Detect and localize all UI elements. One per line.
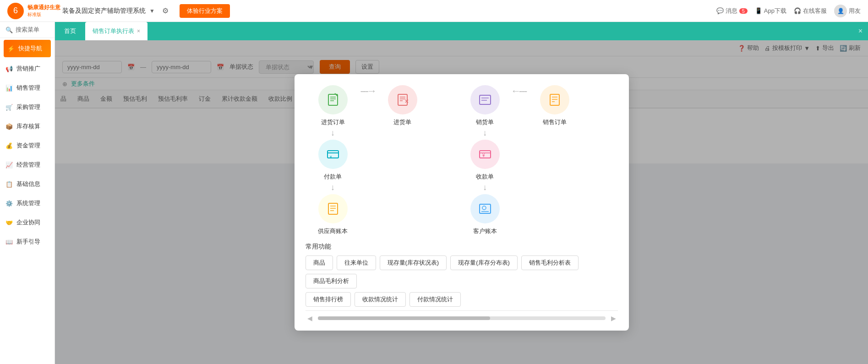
payment-icon: ¥ <box>318 140 348 169</box>
sales-order-tab-label: 销售订单执行表 <box>93 27 134 35</box>
sidebar-item-label-10: 新手引导 <box>16 238 40 246</box>
btn-product[interactable]: 商品 <box>306 255 333 270</box>
flow-node-supplier-ledger[interactable]: 供应商账本 <box>306 194 360 235</box>
flow-node-sale[interactable]: 销货单 <box>458 85 513 126</box>
sidebar-item-marketing[interactable]: 📢 营销推广 <box>0 59 55 78</box>
scroll-right-icon[interactable]: ▶ <box>609 315 618 322</box>
btn-counterpart[interactable]: 往来单位 <box>337 255 376 270</box>
sidebar-item-purchase[interactable]: 🛒 采购管理 <box>0 98 55 117</box>
sidebar-item-guide[interactable]: 📖 新手引导 <box>0 232 55 251</box>
flow-label-customer-ledger: 客户账本 <box>473 227 497 235</box>
sidebar-item-label-3: 采购管理 <box>16 103 40 111</box>
flow-label-purchase: 进货单 <box>393 118 411 126</box>
btn-payment-stats[interactable]: 付款情况统计 <box>409 292 461 307</box>
common-section: 常用功能 商品 往来单位 现存量(库存状况表) 现存量(库存分布表) 销售毛利分… <box>306 243 618 307</box>
flow-popup: 进货订单 ↓ ¥ 付款单 <box>295 74 629 331</box>
sidebar-item-basic-info[interactable]: 📋 基础信息 <box>0 174 55 194</box>
logo-icon: 6 <box>7 3 24 19</box>
scrollbar-track[interactable] <box>318 316 606 320</box>
svg-rect-4 <box>328 151 338 158</box>
quick-nav-icon: ⚡ <box>7 45 15 52</box>
sidebar-item-label-0: 快捷导航 <box>18 44 42 53</box>
search-menu-label: 搜索菜单 <box>16 26 39 34</box>
flow-node-customer-ledger[interactable]: 客户账本 <box>458 194 513 235</box>
close-all-icon[interactable]: × <box>858 27 863 35</box>
svg-rect-0 <box>328 94 338 105</box>
tab-close-icon[interactable]: × <box>137 28 140 34</box>
app-download-item[interactable]: 📱 App下载 <box>755 7 786 15</box>
popup-overlay: 进货订单 ↓ ¥ 付款单 <box>55 40 868 364</box>
arrow-right-1: - - -→ <box>360 85 375 130</box>
sidebar-item-inventory[interactable]: 📦 库存核算 <box>0 117 55 136</box>
flow-node-sale-order[interactable]: 销售订单 <box>527 85 582 126</box>
search-menu[interactable]: 🔍 搜索菜单 <box>0 22 55 38</box>
basic-info-icon: 📋 <box>5 181 13 188</box>
sidebar-item-quick-nav[interactable]: ⚡ 快捷导航 <box>4 40 51 57</box>
sale-order-icon <box>540 85 569 114</box>
guide-icon: 📖 <box>5 239 13 245</box>
inventory-icon: 📦 <box>5 123 13 130</box>
flow-node-payment[interactable]: ¥ 付款单 <box>306 140 360 181</box>
btn-sales-rank[interactable]: 销售排行榜 <box>306 292 351 307</box>
arrow-right-2: - - -→ <box>513 85 527 130</box>
sidebar-item-label-4: 库存核算 <box>16 122 40 130</box>
message-badge: 5 <box>739 8 748 14</box>
btn-receipt-stats[interactable]: 收款情况统计 <box>355 292 406 307</box>
svg-point-22 <box>482 206 486 210</box>
scrollbar-area: ◀ ▶ <box>306 310 618 326</box>
flow-label-supplier-ledger: 供应商账本 <box>318 227 348 235</box>
common-title: 常用功能 <box>306 243 618 251</box>
sidebar-item-management[interactable]: 📈 经营管理 <box>0 155 55 174</box>
message-label: 消息 <box>726 7 737 15</box>
sidebar-item-label-7: 基础信息 <box>16 180 40 188</box>
sidebar-item-label-6: 经营管理 <box>16 161 40 169</box>
flow-label-sale: 销货单 <box>476 118 494 126</box>
flow-label-sale-order: 销售订单 <box>543 118 567 126</box>
sidebar-item-collab[interactable]: 🤝 企业协同 <box>0 213 55 232</box>
tab-home[interactable]: 首页 <box>55 22 85 40</box>
btn-product-gross[interactable]: 商品毛利分析 <box>306 274 357 288</box>
arrow-down-2: ↓ <box>331 183 335 192</box>
arrow-down-4: ↓ <box>483 183 487 192</box>
message-item[interactable]: 💬 消息 5 <box>716 7 748 15</box>
svg-rect-24 <box>550 94 559 105</box>
settings-icon[interactable]: ⚙ <box>162 6 169 15</box>
online-service-item[interactable]: 🎧 在线客服 <box>794 7 827 15</box>
sidebar-item-label-8: 系统管理 <box>16 199 40 207</box>
purchase-order-icon <box>318 85 348 114</box>
btn-inventory-status[interactable]: 现存量(库存状况表) <box>380 255 447 270</box>
btn-inventory-dist[interactable]: 现存量(库存分布表) <box>450 255 518 270</box>
flow-node-receipt[interactable]: ¥ 收款单 <box>458 140 513 181</box>
supplier-ledger-icon <box>318 194 348 223</box>
scroll-left-icon[interactable]: ◀ <box>306 315 314 322</box>
sidebar-item-finance[interactable]: 💰 资金管理 <box>0 136 55 155</box>
receipt-icon: ¥ <box>470 140 500 169</box>
system-title: 装备及固定资产辅助管理系统 <box>62 7 146 15</box>
dropdown-arrow-icon[interactable]: ▼ <box>149 8 155 14</box>
logo-subtitle: 标准版 <box>27 11 60 18</box>
trial-button[interactable]: 体验行业方案 <box>180 4 230 18</box>
btn-sales-gross[interactable]: 销售毛利分析表 <box>521 255 579 270</box>
message-icon: 💬 <box>716 7 724 14</box>
sidebar-item-system[interactable]: ⚙️ 系统管理 <box>0 194 55 213</box>
arrow-down-3: ↓ <box>483 128 487 138</box>
scrollbar-thumb[interactable] <box>318 316 491 320</box>
customer-ledger-icon <box>470 194 500 223</box>
arrow-down-1: ↓ <box>331 128 335 138</box>
svg-rect-7 <box>328 203 338 214</box>
flow-node-purchase-order[interactable]: 进货订单 <box>306 85 360 126</box>
sidebar-item-sales[interactable]: 📊 销售管理 <box>0 78 55 98</box>
user-item[interactable]: 👤 用友 <box>834 5 861 17</box>
tab-sales-order[interactable]: 销售订单执行表 × <box>85 22 147 40</box>
app-download-icon: 📱 <box>755 7 762 14</box>
marketing-icon: 📢 <box>5 65 13 72</box>
app-download-label: App下载 <box>764 7 786 15</box>
sidebar-item-label-5: 资金管理 <box>16 141 40 150</box>
purchase-icon <box>388 85 417 114</box>
svg-rect-18 <box>480 151 491 158</box>
avatar: 👤 <box>834 5 847 17</box>
search-icon: 🔍 <box>5 27 13 33</box>
svg-text:¥: ¥ <box>329 155 332 159</box>
svg-rect-21 <box>480 204 491 213</box>
flow-node-purchase[interactable]: 进货单 <box>375 85 430 126</box>
